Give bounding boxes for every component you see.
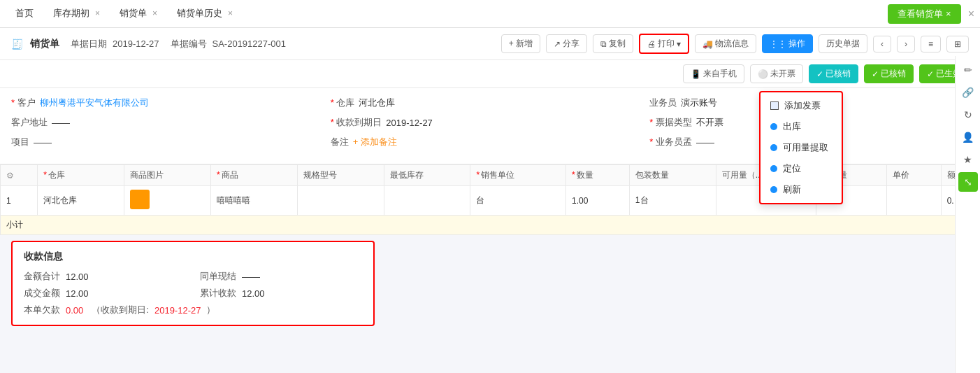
cancel-icon: ✓ <box>872 69 879 79</box>
customer-value[interactable]: 柳州粤港平安气体有限公司 <box>40 97 149 109</box>
tab-sales-history-close[interactable]: × <box>228 8 233 18</box>
tab-inventory-close[interactable]: × <box>95 8 100 18</box>
refresh-label: 刷新 <box>783 183 801 196</box>
print-label: 打印 <box>658 38 675 50</box>
payment-section: 收款信息 金额合计 12.00 同单现结 —— 成交金额 12.00 累计收款 … <box>11 241 375 326</box>
cancel-label: 已核销 <box>881 68 906 80</box>
tab-bar: 首页 库存期初 × 销货单 × 销货单历史 × 查看销货单 × × <box>0 0 980 28</box>
salesperson-value: 演示账号 <box>681 97 717 109</box>
col-sale-unit: *销售单位 <box>470 165 566 186</box>
add-remark-btn[interactable]: + 添加备注 <box>353 136 397 148</box>
sidebar-link-icon[interactable]: 🔗 <box>958 83 978 102</box>
operation-btn[interactable]: ⋮⋮ 操作 <box>762 34 813 53</box>
new-btn-label: + 新增 <box>509 38 533 50</box>
available-qty-label: 可用量提取 <box>783 141 828 154</box>
cell-spec <box>297 186 384 216</box>
doc-header-left: 🧾 销货单 单据日期 2019-12-27 单据编号 SA-20191227-0… <box>11 38 286 50</box>
payment-grid: 金额合计 12.00 同单现结 —— 成交金额 12.00 累计收款 12.00… <box>24 270 362 316</box>
share-btn[interactable]: ↗ 分享 <box>546 34 587 53</box>
doc-icon: 🧾 <box>11 38 23 50</box>
tab-home-label: 首页 <box>15 7 34 20</box>
deal-amount-value: 12.00 <box>66 288 89 299</box>
tab-inventory[interactable]: 库存期初 × <box>43 0 110 28</box>
address-field: 客户地址 —— <box>11 116 331 129</box>
share-icon: ↗ <box>554 39 561 49</box>
payment-total-receipt-row: 累计收款 12.00 <box>200 287 362 300</box>
settings-icon[interactable]: ⚙ <box>6 171 14 181</box>
print-icon: 🖨 <box>647 39 656 49</box>
ticket-type-value: 不开票 <box>696 116 723 129</box>
main-area: 🧾 销货单 单据日期 2019-12-27 单据编号 SA-20191227-0… <box>0 28 980 373</box>
new-btn[interactable]: + 新增 <box>501 34 540 53</box>
same-order-label: 同单现结 <box>200 270 236 283</box>
cell-product: 嘻嘻嘻嘻 <box>211 186 298 216</box>
payment-date-value: 2019-12-27 <box>386 118 433 128</box>
col-spec: 规格型号 <box>297 165 384 186</box>
view-sales-btn[interactable]: 查看销货单 × <box>888 4 961 24</box>
customer-field: 客户 柳州粤港平安气体有限公司 <box>11 97 331 109</box>
view-sales-close[interactable]: × <box>946 8 951 19</box>
col-product: *商品 <box>211 165 298 186</box>
sidebar-edit-icon[interactable]: ✏ <box>958 60 978 80</box>
ticket-type-label: 票据类型 <box>649 116 692 129</box>
menu-refresh[interactable]: 刷新 <box>761 179 842 200</box>
payment-date-field: 收款到期日 2019-12-27 <box>331 116 650 129</box>
sidebar-expand-icon[interactable]: ⤡ <box>958 172 978 192</box>
project-field: 项目 —— <box>11 136 331 148</box>
not-open-label: 未开票 <box>770 68 795 80</box>
due-date-value: 2019-12-27 <box>154 305 201 316</box>
logistics-btn[interactable]: 🚚 物流信息 <box>695 34 756 53</box>
window-close-btn[interactable]: × <box>968 8 974 20</box>
cancel-btn[interactable]: ✓ 已核销 <box>864 64 914 83</box>
tab-home[interactable]: 首页 <box>6 0 43 28</box>
history-btn[interactable]: 历史单据 <box>819 34 867 53</box>
col-warehouse: *仓库 <box>38 165 124 186</box>
total-receipt-label: 累计收款 <box>200 287 236 300</box>
project-label: 项目 <box>11 136 29 148</box>
due-amount-value: 0.00 <box>66 305 83 316</box>
warehouse-field: 仓库 河北仓库 <box>331 97 650 109</box>
tab-sales-label: 销货单 <box>120 7 147 20</box>
amount-value: 12.00 <box>66 272 89 282</box>
grid-view-btn[interactable]: ⊞ <box>946 36 969 52</box>
copy-label: 复制 <box>609 38 626 50</box>
add-invoice-icon <box>770 101 779 110</box>
refresh-icon <box>770 186 777 193</box>
share-label: 分享 <box>563 38 579 50</box>
print-btn[interactable]: 🖨 打印 ▾ <box>639 34 689 54</box>
add-invoice-label: 添加发票 <box>784 99 821 112</box>
next-btn[interactable]: › <box>897 36 915 52</box>
tab-sales-close[interactable]: × <box>152 8 157 18</box>
print-dropdown-arrow: ▾ <box>677 39 681 49</box>
col-settings[interactable]: ⚙ <box>1 165 38 186</box>
sidebar-user-icon[interactable]: 👤 <box>958 127 978 147</box>
cell-warehouse: 河北仓库 <box>38 186 124 216</box>
salesperson2-value: —— <box>696 137 714 148</box>
menu-out-stock[interactable]: 出库 <box>761 116 842 137</box>
tab-sales[interactable]: 销货单 × <box>110 0 167 28</box>
effect-icon: ✓ <box>927 69 934 79</box>
menu-locate[interactable]: 定位 <box>761 158 842 179</box>
list-view-btn[interactable]: ≡ <box>921 36 941 52</box>
prev-btn[interactable]: ‹ <box>873 36 891 52</box>
sidebar-refresh-icon[interactable]: ↻ <box>958 105 978 125</box>
menu-available-qty[interactable]: 可用量提取 <box>761 137 842 158</box>
tab-sales-history[interactable]: 销货单历史 × <box>167 0 243 28</box>
toolbar-row: 📱 来自手机 ⚪ 未开票 ✓ 已核销 ✓ 已核销 ✓ 已生效 <box>0 60 980 88</box>
payment-title: 收款信息 <box>24 251 362 263</box>
copy-btn[interactable]: ⧉ 复制 <box>593 34 633 53</box>
sidebar-star-icon[interactable]: ★ <box>958 150 978 169</box>
col-product-img: 商品图片 <box>124 165 211 186</box>
payment-date-label: 收款到期日 <box>331 116 382 129</box>
confirm-btn[interactable]: ✓ 已核销 <box>809 64 858 83</box>
out-stock-label: 出库 <box>783 120 801 133</box>
menu-add-invoice[interactable]: 添加发票 <box>761 95 842 116</box>
not-open-icon: ⚪ <box>758 69 768 79</box>
payment-deal-row: 成交金额 12.00 <box>24 287 186 300</box>
not-open-btn[interactable]: ⚪ 未开票 <box>750 64 803 83</box>
dropdown-menu: 添加发票 出库 可用量提取 定位 刷新 <box>759 91 843 204</box>
date-label: 单据日期 2019-12-27 <box>71 38 159 50</box>
from-phone-btn[interactable]: 📱 来自手机 <box>683 64 744 83</box>
cell-quantity: 1.00 <box>566 186 630 216</box>
address-label: 客户地址 <box>11 116 48 129</box>
